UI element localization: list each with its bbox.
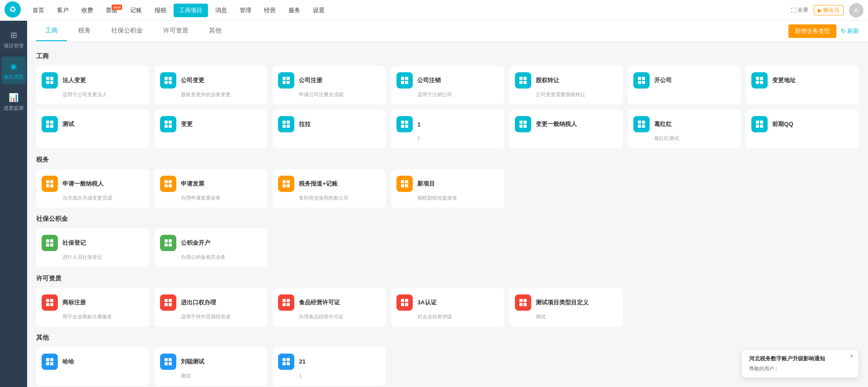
nav-item-客户[interactable]: 客户 <box>52 4 74 17</box>
nav-item-票据[interactable]: 票据new <box>100 4 123 17</box>
nav-item-收费[interactable]: 收费 <box>76 4 99 17</box>
card-desc: 报税加税控盘保管 <box>396 195 499 201</box>
svg-rect-109 <box>169 362 172 365</box>
card-title: 拉拉 <box>299 120 311 128</box>
nav-item-管理[interactable]: 管理 <box>234 4 257 17</box>
svg-rect-42 <box>401 121 404 124</box>
card-公司注册[interactable]: 公司注册 申请公司注册全流程 <box>273 66 386 104</box>
card-header: 变更 <box>160 116 262 132</box>
sub-tab-税务[interactable]: 税务 <box>69 21 100 41</box>
card-进出口权办理[interactable]: 进出口权办理 适用于对外贸易经营者 <box>155 288 268 326</box>
nav-item-报税[interactable]: 报税 <box>149 4 172 17</box>
add-business-type-button[interactable]: 新增业务类型 <box>788 24 836 38</box>
logo[interactable]: ♻ <box>5 1 23 19</box>
card-21[interactable]: 21 1 <box>273 347 386 386</box>
card-icon <box>515 294 531 311</box>
card-葛红红[interactable]: 葛红红 葛红红测试 <box>628 110 741 148</box>
sub-tab-actions: 新增业务类型 ↻ 刷新 <box>788 24 859 38</box>
sidebar-item-进度监测[interactable]: 📊 进度监测 <box>1 88 26 115</box>
svg-rect-57 <box>760 125 763 128</box>
card-新项目[interactable]: 新项目 报税加税控盘保管 <box>391 169 504 208</box>
card-icon <box>278 176 294 192</box>
sidebar-item-项目管理[interactable]: ⊞ 项目管理 <box>1 25 26 53</box>
section-税务: 税务 申请一般纳税人 当月或次月成变更完成 <box>36 156 859 208</box>
card-header: 测试 <box>42 116 144 132</box>
sidebar-icon: ⊞ <box>7 29 20 42</box>
refresh-button[interactable]: ↻ 刷新 <box>841 27 859 35</box>
nav-item-设置[interactable]: 设置 <box>307 4 330 17</box>
card-公司变更[interactable]: 公司变更 股权变更外的业务变更 <box>155 66 268 104</box>
card-desc: 适用于对外贸易经营者 <box>160 313 262 320</box>
card-1[interactable]: 1 1 <box>391 110 504 148</box>
nav-item-工商项目[interactable]: 工商项目 <box>174 4 208 17</box>
svg-rect-2 <box>46 77 49 80</box>
card-变更[interactable]: 变更 <box>155 110 268 148</box>
avatar[interactable]: A <box>849 3 863 18</box>
svg-rect-24 <box>638 81 641 84</box>
card-食品经营许可证[interactable]: 食品经营许可证 办理食品经营许可证 <box>273 288 386 326</box>
card-变更一般纳税人[interactable]: 变更一般纳税人 <box>509 110 623 148</box>
card-开公司[interactable]: 开公司 <box>628 66 741 104</box>
card-法人变更[interactable]: 法人变更 适用于公司变更法人 <box>36 66 149 104</box>
svg-rect-98 <box>519 299 523 302</box>
notification-popup: ✕ 河北税务数字账户升级影响通知 尊敬的用户： <box>741 349 859 378</box>
sub-tab-社保公积金[interactable]: 社保公积金 <box>102 21 152 41</box>
svg-rect-50 <box>638 121 641 124</box>
sidebar: ⊞ 项目管理 ◉ 项目类型 📊 进度监测 <box>0 21 27 387</box>
svg-rect-65 <box>169 184 172 187</box>
svg-rect-36 <box>165 125 168 128</box>
card-title: 申请一般纳税人 <box>62 180 104 188</box>
fullscreen-button[interactable]: ⛶ 全屏 <box>791 6 808 14</box>
main-content: 工商税务社保公积金许可资质其他 新增业务类型 ↻ 刷新 工商 法人变更 <box>27 21 868 387</box>
notification-close-button[interactable]: ✕ <box>849 353 854 359</box>
member-button[interactable]: ▶ 畅会员 <box>814 5 844 15</box>
nav-item-首页[interactable]: 首页 <box>27 4 50 17</box>
card-desc: 办理食品经营许可证 <box>278 313 380 320</box>
svg-rect-40 <box>283 125 286 128</box>
card-icon <box>751 116 768 132</box>
card-变更地址[interactable]: 变更地址 <box>746 66 859 104</box>
card-测试[interactable]: 测试 <box>36 110 149 148</box>
card-哈哈[interactable]: 哈哈 <box>36 347 149 386</box>
svg-rect-20 <box>519 81 523 84</box>
card-股权转让[interactable]: 股权转让 公司变更需要股权转让 <box>509 66 623 104</box>
card-icon <box>396 176 413 192</box>
nav-item-服务[interactable]: 服务 <box>283 4 306 17</box>
svg-rect-62 <box>165 180 168 183</box>
card-header: 拉拉 <box>278 116 380 132</box>
card-拉拉[interactable]: 拉拉 <box>273 110 386 148</box>
svg-rect-39 <box>287 121 290 124</box>
card-税务报道+记账[interactable]: 税务报道+记账 拿到营业执照的新公司 <box>273 169 386 208</box>
svg-rect-53 <box>642 125 645 128</box>
card-title: 公积金开户 <box>181 239 210 247</box>
svg-rect-92 <box>283 303 286 306</box>
svg-rect-69 <box>287 184 290 187</box>
card-desc: 测试 <box>515 313 617 320</box>
sub-tab-工商[interactable]: 工商 <box>36 21 67 41</box>
card-社保登记[interactable]: 社保登记 进行人员社保登记 <box>36 228 149 267</box>
card-申请一般纳税人[interactable]: 申请一般纳税人 当月或次月成变更完成 <box>36 169 149 208</box>
sidebar-item-项目类型[interactable]: ◉ 项目类型 <box>1 56 26 84</box>
sub-tab-许可资质[interactable]: 许可资质 <box>154 21 198 41</box>
card-商标注册[interactable]: 商标注册 用于企业商标注册服务 <box>36 288 149 326</box>
card-3A认证[interactable]: 3A认证 对企业信誉评级 <box>391 288 504 326</box>
sub-tab-其他[interactable]: 其他 <box>200 21 231 41</box>
nav-item-经营[interactable]: 经营 <box>259 4 281 17</box>
svg-rect-113 <box>287 362 290 365</box>
card-刘聪测试[interactable]: 刘聪测试 测试 <box>155 347 268 386</box>
card-公司注销[interactable]: 公司注销 适用于注销公司 <box>391 66 504 104</box>
sidebar-item-label: 进度监测 <box>4 105 24 112</box>
card-公积金开户[interactable]: 公积金开户 办理公积金相关业务 <box>155 228 268 267</box>
card-title: 前期QQ <box>772 120 793 128</box>
card-测试项目类型目定义[interactable]: 测试项目类型目定义 测试 <box>509 288 623 326</box>
nav-item-消息[interactable]: 消息 <box>210 4 232 17</box>
card-header: 3A认证 <box>396 294 499 311</box>
svg-rect-21 <box>524 81 527 84</box>
section-title: 其他 <box>36 334 859 342</box>
card-前期QQ[interactable]: 前期QQ <box>746 110 859 148</box>
svg-rect-37 <box>169 125 172 128</box>
card-申请发票[interactable]: 申请发票 办理申请发票业务 <box>155 169 268 208</box>
card-header: 测试项目类型目定义 <box>515 294 617 311</box>
section-title: 许可资质 <box>36 275 859 283</box>
nav-item-记账[interactable]: 记账 <box>125 4 147 17</box>
